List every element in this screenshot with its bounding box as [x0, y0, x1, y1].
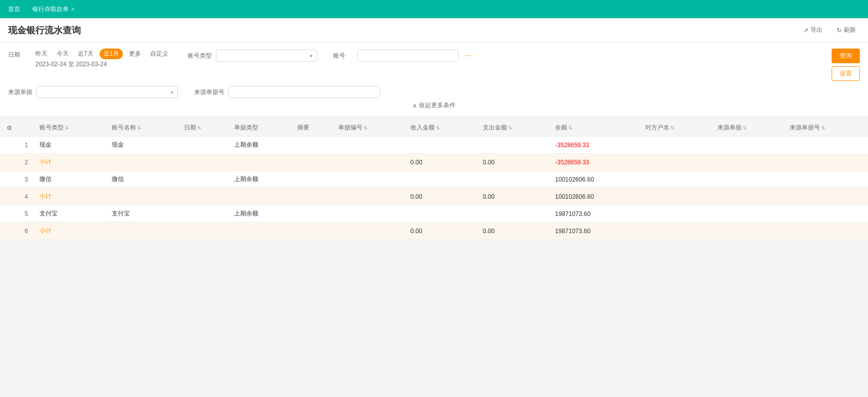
table-row: 1现金现金上期余额-3528659.33 [0, 137, 868, 154]
col-header-source_doc[interactable]: 来源单据⇅ [712, 119, 785, 137]
cell-counterpart [640, 137, 712, 154]
cell-date [179, 154, 229, 171]
col-header-account_name[interactable]: 账号名称⇅ [107, 119, 179, 137]
cell-source_doc [712, 188, 785, 205]
col-header-balance[interactable]: 余额⇅ [550, 119, 640, 137]
cell-date [179, 171, 229, 188]
cell-date [179, 205, 229, 223]
cell-balance: 19871073.60 [550, 205, 640, 223]
data-table: ⚙账号类型⇅账号名称⇅日期⇅单据类型摘要单据编号⇅收入金额⇅支出金额⇅余额⇅对方… [0, 119, 868, 240]
cell-income [405, 205, 478, 223]
cell-doc_number [333, 154, 405, 171]
account-more-btn[interactable]: ··· [463, 51, 473, 60]
row-number: 5 [18, 205, 34, 223]
date-label: 日期 [8, 51, 28, 59]
tab-close-icon[interactable]: ✕ [71, 7, 75, 12]
tab-bank-deposits[interactable]: 银行存取款单✕ [26, 0, 93, 18]
date-btn-更多[interactable]: 更多 [126, 49, 144, 59]
sort-icon-doc_number: ⇅ [363, 125, 368, 130]
date-range: 2023-02-24 至 2023-03-24 [35, 60, 171, 69]
date-btn-自定义[interactable]: 自定义 [147, 49, 171, 59]
cell-balance: -3528659.33 [550, 137, 640, 154]
table-row: 6小计0.000.0019871073.60 [0, 223, 868, 240]
cell-account_name: 现金 [107, 137, 179, 154]
cell-doc_type [229, 154, 292, 171]
col-header-account_type[interactable]: 账号类型⇅ [34, 119, 107, 137]
table-container: ⚙账号类型⇅账号名称⇅日期⇅单据类型摘要单据编号⇅收入金额⇅支出金额⇅余额⇅对方… [0, 119, 868, 240]
refresh-button[interactable]: ↻ 刷新 [833, 24, 860, 36]
date-btn-近7天[interactable]: 近7天 [75, 49, 97, 59]
account-type-select[interactable]: ▾ [216, 50, 317, 62]
account-input[interactable] [357, 50, 459, 62]
row-gear-cell [0, 137, 18, 154]
source-doc-value [41, 89, 171, 96]
table-row: 4小计0.000.00100102606.60 [0, 188, 868, 205]
cell-summary [292, 188, 333, 205]
settings-button[interactable]: 设置 [832, 66, 860, 81]
top-nav: 首页 收款单✕付款单✕其他收入单✕应收应付调整单✕银行存取款单✕预收冲应收单✕收… [0, 0, 868, 18]
page-header: 现金银行流水查询 ↗ 导出 ↻ 刷新 [0, 18, 868, 42]
cell-income: 0.00 [405, 188, 478, 205]
col-header-doc_number[interactable]: 单据编号⇅ [333, 119, 405, 137]
cell-balance: -3528659.33 [550, 154, 640, 171]
cell-doc_type: 上期余额 [229, 205, 292, 223]
sort-icon-balance: ⇅ [568, 125, 572, 130]
date-btn-今天[interactable]: 今天 [54, 49, 72, 59]
account-label: 账号 [333, 52, 353, 60]
source-doc-label: 来源单据 [8, 88, 32, 97]
sort-icon-account_name: ⇅ [137, 125, 141, 130]
cell-summary [292, 154, 333, 171]
cell-source_doc [712, 171, 785, 188]
cell-date [179, 137, 229, 154]
col-header-doc_type: 单据类型 [229, 119, 292, 137]
cell-source_doc_num [785, 171, 868, 188]
col-header-expense[interactable]: 支出金额⇅ [478, 119, 550, 137]
page-title: 现金银行流水查询 [8, 24, 81, 36]
cell-account_name [107, 223, 179, 240]
cell-counterpart [640, 223, 712, 240]
cell-expense: 0.00 [478, 223, 550, 240]
cell-expense: 0.00 [478, 188, 550, 205]
row-number: 6 [18, 223, 34, 240]
sort-icon-date: ⇅ [197, 125, 201, 130]
cell-source_doc_num [785, 188, 868, 205]
source-doc-num-input[interactable] [229, 86, 380, 98]
export-button[interactable]: ↗ 导出 [799, 24, 827, 36]
collapse-bar[interactable]: ∧ 收起更多条件 [8, 98, 860, 111]
cell-income: 0.00 [405, 154, 478, 171]
collapse-icon: ∧ [413, 102, 417, 109]
sort-icon-expense: ⇅ [508, 125, 512, 130]
cell-source_doc_num [785, 154, 868, 171]
nav-home[interactable]: 首页 [2, 0, 26, 18]
chevron-down-icon: ▾ [310, 53, 312, 59]
sort-icon-income: ⇅ [436, 125, 440, 130]
gear-column-header[interactable]: ⚙ [0, 119, 18, 137]
cell-summary [292, 205, 333, 223]
account-type-label: 账号类型 [188, 52, 212, 60]
cell-doc_number [333, 223, 405, 240]
row-gear-cell [0, 188, 18, 205]
date-btn-近1月[interactable]: 近1月 [100, 49, 123, 59]
col-header-date[interactable]: 日期⇅ [179, 119, 229, 137]
cell-doc_type [229, 223, 292, 240]
tab-label: 银行存取款单 [32, 5, 69, 14]
source-doc-num-label: 来源单据号 [194, 88, 224, 97]
table-row: 5支付宝支付宝上期余额19871073.60 [0, 205, 868, 223]
cell-doc_type: 上期余额 [229, 137, 292, 154]
date-btn-昨天[interactable]: 昨天 [32, 49, 51, 59]
col-header-source_doc_num[interactable]: 来源单据号⇅ [785, 119, 868, 137]
cell-source_doc [712, 205, 785, 223]
col-header-counterpart[interactable]: 对方户名⇅ [640, 119, 712, 137]
row-gear-cell [0, 154, 18, 171]
account-type-value [220, 52, 310, 59]
table-header: ⚙账号类型⇅账号名称⇅日期⇅单据类型摘要单据编号⇅收入金额⇅支出金额⇅余额⇅对方… [0, 119, 868, 137]
nav-tabs: 收款单✕付款单✕其他收入单✕应收应付调整单✕银行存取款单✕预收冲应收单✕收款核销… [26, 0, 93, 18]
filter-area: 日期 昨天今天近7天近1月更多自定义 2023-02-24 至 2023-03-… [0, 42, 868, 117]
row-number: 1 [18, 137, 34, 154]
source-doc-select[interactable]: ▾ [36, 86, 178, 98]
query-button[interactable]: 查询 [832, 49, 860, 63]
header-actions: ↗ 导出 ↻ 刷新 [799, 24, 860, 36]
col-header-income[interactable]: 收入金额⇅ [405, 119, 478, 137]
cell-account_type: 小计 [34, 188, 107, 205]
sort-icon-source_doc_num: ⇅ [821, 125, 825, 130]
